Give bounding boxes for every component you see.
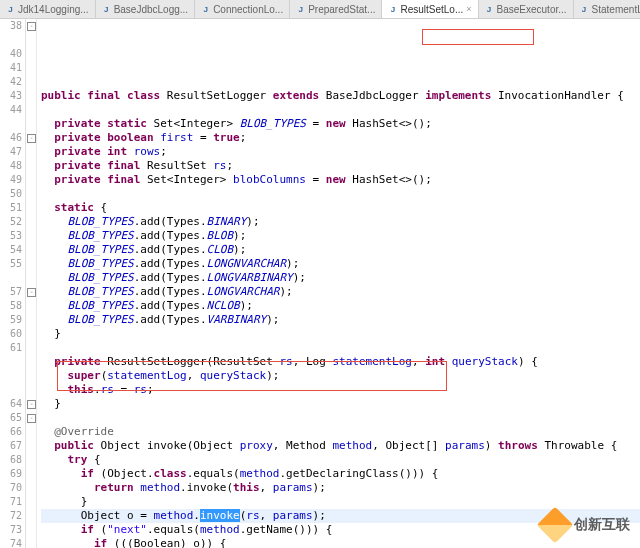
java-icon: J — [388, 5, 397, 14]
tab-jdk14logging[interactable]: JJdk14Logging... — [0, 0, 96, 18]
java-icon: J — [580, 5, 589, 14]
tab-baseexecutor[interactable]: JBaseExecutor... — [479, 0, 574, 18]
java-icon: J — [201, 5, 210, 14]
java-icon: J — [102, 5, 111, 14]
tab-basejdbclogg[interactable]: JBaseJdbcLogg... — [96, 0, 196, 18]
code-editor[interactable]: 3840414243444647484950515253545557585960… — [0, 19, 640, 548]
tab-statementlogg[interactable]: JStatementLogg... — [574, 0, 640, 18]
editor-tabbar: JJdk14Logging... JBaseJdbcLogg... JConne… — [0, 0, 640, 19]
watermark: 创新互联 — [542, 512, 630, 538]
tab-resultsetlo[interactable]: JResultSetLo...× — [382, 0, 478, 18]
line-number-gutter: 3840414243444647484950515253545557585960… — [0, 19, 26, 548]
java-icon: J — [6, 5, 15, 14]
tab-connectionlo[interactable]: JConnectionLo... — [195, 0, 290, 18]
tab-preparedstat[interactable]: JPreparedStat... — [290, 0, 382, 18]
fold-gutter: ----- — [26, 19, 37, 548]
close-icon[interactable]: × — [466, 4, 471, 14]
watermark-logo-icon — [537, 507, 574, 544]
java-icon: J — [485, 5, 494, 14]
highlight-box-implements — [422, 29, 534, 45]
watermark-text: 创新互联 — [574, 516, 630, 534]
code-area[interactable]: public final class ResultSetLogger exten… — [37, 19, 640, 548]
java-icon: J — [296, 5, 305, 14]
